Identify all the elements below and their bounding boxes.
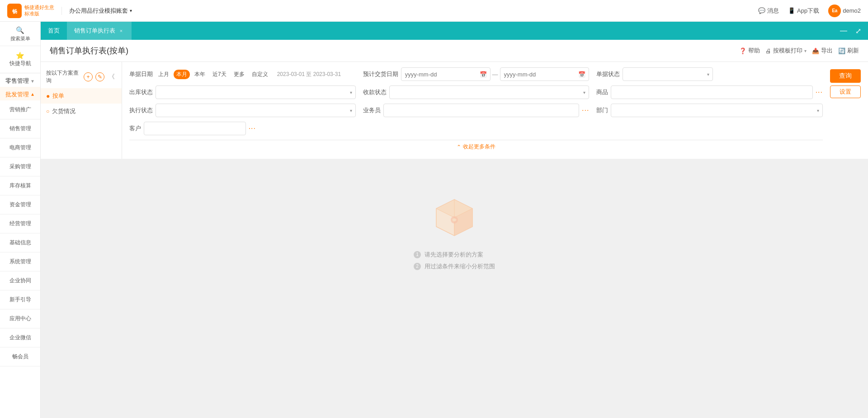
refresh-icon: 🔄: [838, 48, 845, 54]
home-tab-label: 首页: [48, 27, 60, 35]
collapse-arrow-icon: ⌃: [457, 144, 461, 150]
customer-input[interactable]: [144, 122, 246, 135]
goods-more-icon[interactable]: ···: [816, 88, 823, 96]
query-button[interactable]: 查询: [830, 69, 861, 83]
sidebar-item-inventory[interactable]: 库存核算: [0, 176, 40, 195]
goods-input[interactable]: [611, 86, 812, 99]
field-out-status: 出库状态 ▾: [129, 86, 356, 99]
export-btn[interactable]: 📤 导出: [812, 47, 833, 55]
sidebar-item-operations[interactable]: 经营管理: [0, 214, 40, 233]
user-name: demo2: [843, 7, 861, 14]
sidebar-label-system: 系统管理: [9, 258, 31, 266]
sidebar-item-system[interactable]: 系统管理: [0, 252, 40, 271]
sidebar-item-marketing[interactable]: 营销推广: [0, 100, 40, 119]
sidebar-label-member: 畅会员: [12, 353, 28, 361]
customer-more-icon[interactable]: ···: [249, 124, 256, 133]
date-tab-custom[interactable]: 自定义: [249, 70, 271, 79]
sidebar-item-finance[interactable]: 资金管理: [0, 195, 40, 214]
by-debt-label: 欠货情况: [52, 107, 75, 115]
collapse-icon: 《: [108, 73, 115, 81]
salesperson-more-icon[interactable]: ···: [582, 106, 589, 114]
collapse-panel-btn[interactable]: 《: [107, 72, 116, 81]
sidebar-quicknav-label: 快捷导航: [9, 60, 31, 67]
retail-arrow-icon: ▼: [30, 79, 35, 84]
data-area: 1 请先选择要分析的方案 2 用过滤条件来缩小分析范围: [41, 159, 868, 418]
export-label: 导出: [821, 47, 833, 55]
sidebar-item-enterprise[interactable]: 企业协同: [0, 271, 40, 290]
expected-start-input[interactable]: [401, 67, 491, 81]
user-profile[interactable]: Ea demo2: [828, 5, 861, 17]
single-status-select[interactable]: [623, 67, 713, 81]
sidebar-search-label: 搜索菜单: [10, 35, 30, 42]
salesperson-label: 业务员: [363, 106, 381, 114]
sidebar-label-retail: 零售管理: [5, 77, 29, 85]
refresh-btn[interactable]: 🔄 刷新: [838, 47, 859, 55]
date-tab-this-year[interactable]: 本年: [192, 70, 208, 79]
field-goods: 商品 ···: [596, 86, 823, 99]
field-single-status: 单据状态 ▾: [596, 67, 823, 81]
content-area: 首页 销售订单执行表 × — ⤢: [41, 22, 868, 418]
field-department: 部门 ▾: [596, 104, 823, 117]
empty-step-1: 1 请先选择要分析的方案: [414, 249, 495, 261]
tab-close-icon[interactable]: ×: [118, 28, 124, 34]
out-status-select[interactable]: [156, 86, 356, 99]
maximize-btn[interactable]: ⤢: [852, 24, 864, 37]
date-tab-7days[interactable]: 近7天: [210, 70, 229, 79]
salesperson-input[interactable]: [383, 104, 579, 117]
scheme-by-debt[interactable]: ○ 欠货情况: [41, 104, 122, 119]
expected-delivery-label: 预计交货日期: [363, 70, 398, 78]
expected-delivery-range: 📅 — 📅: [401, 67, 590, 81]
date-tab-this-month[interactable]: 本月: [174, 70, 190, 79]
minimize-btn[interactable]: —: [837, 24, 850, 37]
help-btn[interactable]: ❓ 帮助: [739, 47, 760, 55]
collapse-bar[interactable]: ⌃ 收起更多条件: [129, 140, 823, 153]
tab-sales-order[interactable]: 销售订单执行表 ×: [67, 22, 132, 40]
date-tab-more[interactable]: 更多: [231, 70, 247, 79]
single-status-select-wrap: ▾: [623, 67, 713, 81]
message-btn[interactable]: 💬 消息: [758, 7, 779, 15]
sidebar-label-operations: 经营管理: [9, 220, 31, 228]
exec-status-select[interactable]: [156, 104, 356, 117]
avatar: Ea: [828, 5, 841, 17]
sidebar-label-enterprise: 企业协同: [9, 277, 31, 285]
sidebar-item-appcenter[interactable]: 应用中心: [0, 309, 40, 328]
empty-state: 1 请先选择要分析的方案 2 用过滤条件来缩小分析范围: [41, 159, 868, 309]
template-print-btn[interactable]: 🖨 按模板打印 ▾: [765, 47, 807, 55]
expected-end-input[interactable]: [500, 67, 590, 81]
by-debt-icon: ○: [46, 108, 49, 114]
add-scheme-btn[interactable]: +: [84, 72, 93, 81]
sidebar-item-wholesale[interactable]: 批发管理 ▼: [0, 87, 40, 100]
app-selector[interactable]: 办公用品行业模拟账套 ▾: [61, 7, 132, 15]
sidebar-item-quicknav[interactable]: ⭐ 快捷导航: [0, 46, 40, 73]
receipt-status-select[interactable]: [389, 86, 590, 99]
tab-home[interactable]: 首页: [41, 22, 67, 40]
template-print-label: 按模板打印: [773, 47, 802, 55]
out-status-label: 出库状态: [129, 88, 153, 96]
scheme-by-order[interactable]: ● 按单: [41, 88, 122, 104]
page-header: 销售订单执行表(按单) ❓ 帮助 🖨 按模板打印 ▾ 📤: [41, 40, 868, 62]
right-filter-area: 单据日期 上月 本月: [122, 62, 868, 159]
goods-label: 商品: [596, 88, 608, 96]
app-download-btn[interactable]: 📱 App下载: [788, 7, 819, 15]
sidebar-item-purchase[interactable]: 采购管理: [0, 157, 40, 176]
wholesale-arrow-icon: ▼: [30, 92, 35, 97]
app-wrapper: 畅 畅捷通好生意 标准版 办公用品行业模拟账套 ▾ 💬 消息 📱 App下载: [0, 0, 868, 418]
sidebar-item-corpwechat[interactable]: 企业微信: [0, 328, 40, 347]
exec-status-select-wrap: ▾: [156, 104, 356, 117]
sidebar-item-ecommerce[interactable]: 电商管理: [0, 138, 40, 157]
sidebar-item-retail[interactable]: 零售管理 ▼: [0, 73, 40, 87]
exec-status-label: 执行状态: [129, 106, 153, 114]
sidebar-search-btn[interactable]: 🔍 搜索菜单: [0, 22, 40, 46]
sidebar-item-sales[interactable]: 销售管理: [0, 119, 40, 138]
sidebar-item-basicinfo[interactable]: 基础信息: [0, 233, 40, 252]
date-tab-last-month[interactable]: 上月: [156, 70, 172, 79]
by-order-icon: ●: [46, 92, 50, 100]
sidebar-item-newguide[interactable]: 新手引导: [0, 290, 40, 309]
dept-select[interactable]: [611, 104, 823, 117]
top-bar-left: 畅 畅捷通好生意 标准版 办公用品行业模拟账套 ▾: [7, 4, 132, 18]
edit-scheme-btn[interactable]: ✎: [95, 72, 104, 81]
sidebar-label-newguide: 新手引导: [9, 296, 31, 304]
empty-step-2: 2 用过滤条件来缩小分析范围: [414, 261, 495, 272]
sidebar-item-member[interactable]: 畅会员: [0, 347, 40, 366]
settings-button[interactable]: 设置: [830, 86, 861, 98]
